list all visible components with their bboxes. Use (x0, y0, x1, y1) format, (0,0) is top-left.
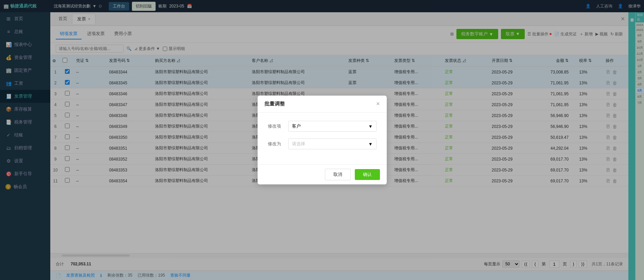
modify-to-label: 修改为 (268, 141, 288, 147)
modal-body: 修改项 客户 ▼ 修改为 请选择 ▼ (258, 113, 387, 164)
modify-item-label: 修改项 (268, 123, 288, 129)
modal-header: 批量调整 × (258, 96, 387, 113)
cancel-button[interactable]: 取消 (325, 169, 351, 180)
modify-to-chevron: ▼ (368, 142, 373, 147)
modal-title: 批量调整 (264, 101, 285, 107)
modify-item-chevron: ▼ (368, 124, 373, 129)
modal-close-button[interactable]: × (376, 100, 380, 108)
modal-overlay: 批量调整 × 修改项 客户 ▼ 修改为 请选择 ▼ 取消 确认 (0, 0, 644, 280)
modify-item-select[interactable]: 客户 ▼ (288, 121, 377, 132)
confirm-button[interactable]: 确认 (355, 169, 380, 180)
modify-item-value: 客户 (292, 123, 301, 129)
modify-to-placeholder: 请选择 (292, 141, 305, 147)
modify-to-select[interactable]: 请选择 ▼ (288, 138, 377, 149)
modify-item-row: 修改项 客户 ▼ (268, 121, 377, 132)
modify-to-row: 修改为 请选择 ▼ (268, 138, 377, 149)
modal-footer: 取消 确认 (258, 164, 387, 184)
batch-adjust-modal: 批量调整 × 修改项 客户 ▼ 修改为 请选择 ▼ 取消 确认 (258, 96, 387, 184)
